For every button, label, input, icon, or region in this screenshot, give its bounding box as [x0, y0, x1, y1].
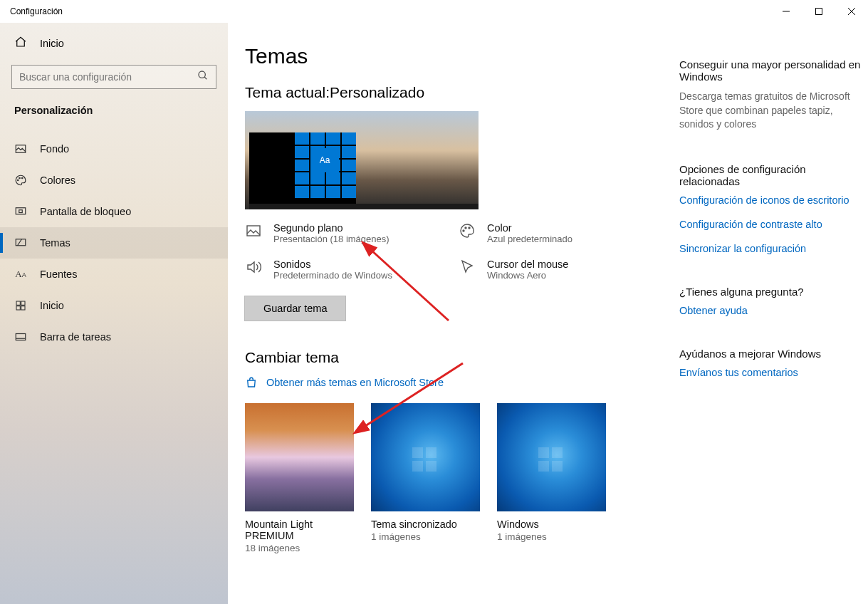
improve-heading: Ayúdanos a mejorar Windows	[679, 348, 864, 360]
palette-icon	[459, 222, 476, 239]
sound-icon	[245, 259, 262, 276]
svg-rect-11	[19, 210, 23, 213]
search-icon	[197, 70, 209, 84]
nav-label: Temas	[40, 237, 70, 249]
fonts-icon: AA	[14, 268, 27, 281]
page-title: Temas	[245, 44, 658, 68]
svg-rect-10	[16, 208, 26, 214]
theme-thumbnail	[245, 403, 354, 511]
question-heading: ¿Tienes alguna pregunta?	[679, 286, 864, 298]
svg-line-5	[204, 77, 206, 79]
svg-point-7	[18, 179, 19, 181]
nav-label: Pantalla de bloqueo	[40, 206, 131, 217]
nav-label: Colores	[40, 175, 75, 186]
svg-point-4	[199, 71, 205, 78]
sidebar-item-colores[interactable]: Colores	[0, 165, 228, 196]
sidebar-item-fuentes[interactable]: AA Fuentes	[0, 259, 228, 290]
quick-title: Sonidos	[273, 259, 392, 270]
related-link-sync[interactable]: Sincronizar la configuración	[679, 243, 864, 254]
svg-point-21	[465, 227, 466, 229]
theme-thumbnail	[497, 403, 606, 511]
personality-desc: Descarga temas gratuitos de Microsoft St…	[679, 90, 864, 132]
start-icon	[14, 299, 27, 312]
sidebar-item-inicio[interactable]: Inicio	[0, 290, 228, 321]
themes-icon	[14, 236, 27, 249]
theme-preview[interactable]: Aa	[245, 111, 479, 209]
picture-icon	[14, 142, 27, 155]
get-help-link[interactable]: Obtener ayuda	[679, 305, 864, 316]
theme-sub: 1 imágenes	[371, 531, 480, 542]
quick-desc: Windows Aero	[487, 270, 568, 281]
home-label: Inicio	[40, 38, 64, 49]
theme-name: Tema sincronizado	[371, 519, 480, 530]
close-button[interactable]	[835, 0, 868, 23]
svg-point-9	[22, 177, 23, 179]
search-input[interactable]	[19, 71, 197, 83]
picture-icon	[245, 222, 262, 239]
lockscreen-icon	[14, 205, 27, 218]
svg-rect-1	[816, 9, 822, 15]
maximize-button[interactable]	[802, 0, 835, 23]
svg-point-20	[463, 230, 464, 231]
home-nav[interactable]: Inicio	[0, 28, 228, 58]
palette-icon	[14, 174, 27, 187]
titlebar: Configuración	[0, 0, 868, 23]
cursor-icon	[459, 259, 476, 276]
preview-tile-aa: Aa	[310, 148, 339, 172]
svg-rect-14	[21, 301, 25, 305]
svg-point-8	[19, 177, 21, 179]
theme-name: Mountain Light PREMIUM	[245, 519, 354, 541]
svg-rect-17	[16, 334, 26, 340]
store-icon	[245, 376, 258, 389]
quick-desc: Presentación (18 imágenes)	[273, 234, 389, 244]
quick-desc: Predeterminado de Windows	[273, 270, 392, 281]
nav-label: Fuentes	[40, 269, 77, 280]
nav-label: Fondo	[40, 143, 69, 155]
theme-sub: 1 imágenes	[497, 531, 606, 542]
change-theme-heading: Cambiar tema	[245, 349, 658, 366]
sidebar-item-pantalla-bloqueo[interactable]: Pantalla de bloqueo	[0, 196, 228, 227]
sidebar: Inicio Personalización Fondo Colores	[0, 23, 228, 604]
home-icon	[14, 36, 27, 51]
nav-label: Inicio	[40, 300, 64, 311]
minimize-button[interactable]	[770, 0, 802, 23]
related-heading: Opciones de configuración relacionadas	[679, 163, 864, 187]
svg-rect-16	[21, 306, 25, 310]
svg-rect-13	[16, 301, 20, 305]
theme-sub: 18 imágenes	[245, 543, 354, 553]
sidebar-item-temas[interactable]: Temas	[0, 227, 228, 259]
quick-cursor[interactable]: Cursor del mouse Windows Aero	[459, 259, 658, 281]
section-label: Personalización	[0, 98, 228, 123]
svg-rect-15	[16, 306, 20, 310]
search-box[interactable]	[11, 65, 216, 89]
svg-point-22	[469, 227, 470, 229]
quick-title: Cursor del mouse	[487, 259, 568, 270]
personality-heading: Conseguir una mayor personalidad en Wind…	[679, 58, 864, 83]
store-link[interactable]: Obtener más temas en Microsoft Store	[266, 377, 444, 388]
save-theme-button[interactable]: Guardar tema	[245, 296, 345, 321]
theme-name: Windows	[497, 519, 606, 530]
nav-label: Barra de tareas	[40, 331, 111, 343]
quick-background[interactable]: Segundo plano Presentación (18 imágenes)	[245, 222, 444, 244]
theme-card-windows[interactable]: Windows 1 imágenes	[497, 403, 606, 553]
theme-thumbnail	[371, 403, 480, 511]
feedback-link[interactable]: Envíanos tus comentarios	[679, 367, 864, 378]
theme-card-synced[interactable]: Tema sincronizado 1 imágenes	[371, 403, 480, 553]
related-link-desktop-icons[interactable]: Configuración de iconos de escritorio	[679, 194, 864, 206]
sidebar-item-barra-tareas[interactable]: Barra de tareas	[0, 321, 228, 353]
svg-rect-19	[247, 226, 260, 236]
theme-card-mountain[interactable]: Mountain Light PREMIUM 18 imágenes	[245, 403, 354, 553]
window-title: Configuración	[10, 6, 63, 16]
quick-title: Color	[487, 222, 572, 234]
quick-sounds[interactable]: Sonidos Predeterminado de Windows	[245, 259, 444, 281]
quick-desc: Azul predeterminado	[487, 234, 572, 244]
taskbar-icon	[14, 330, 27, 343]
current-theme-heading: Tema actual:Personalizado	[245, 84, 658, 101]
quick-color[interactable]: Color Azul predeterminado	[459, 222, 658, 244]
sidebar-item-fondo[interactable]: Fondo	[0, 133, 228, 165]
related-link-high-contrast[interactable]: Configuración de contraste alto	[679, 219, 864, 230]
quick-title: Segundo plano	[273, 222, 389, 234]
